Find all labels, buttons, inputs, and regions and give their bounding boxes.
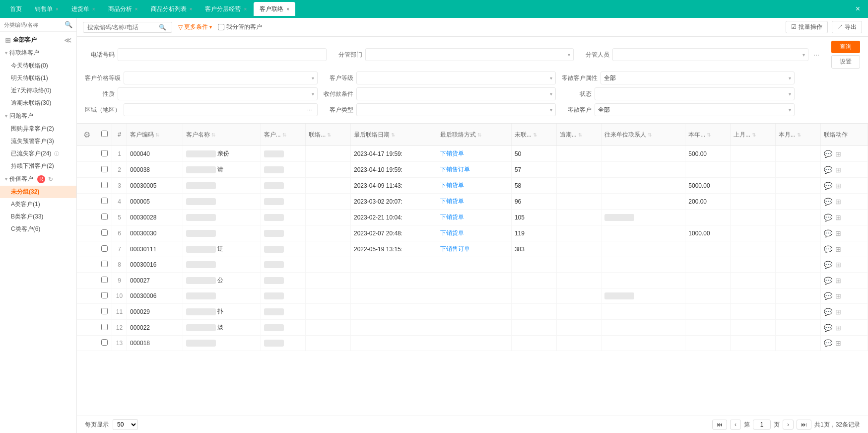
sidebar-item-churned[interactable]: 已流失客户(24) ⓘ	[0, 147, 76, 160]
reset-button[interactable]: 设置	[831, 55, 860, 69]
th-code[interactable]: 客户编码⇅	[127, 124, 183, 146]
close-all-button[interactable]: ×	[852, 4, 864, 13]
dept-select[interactable]: ▾	[365, 48, 574, 61]
select-all-checkbox[interactable]	[101, 131, 108, 137]
sidebar-item-7days[interactable]: 近7天待联络(0)	[0, 84, 76, 97]
last-way-link-1[interactable]: 下销售订单	[440, 166, 470, 173]
all-customers-header[interactable]: ⊞ 全部客户 ≪	[0, 32, 76, 46]
row-checkbox-5[interactable]	[101, 229, 108, 236]
more-action-icon-7[interactable]: ⊞	[835, 261, 841, 269]
sidebar-search-icon[interactable]: 🔍	[65, 21, 72, 28]
scatter-customer-select[interactable]: 全部 ▾	[595, 103, 795, 116]
page-number-input[interactable]	[753, 420, 771, 430]
more-action-icon-9[interactable]: ⊞	[835, 292, 841, 300]
export-button[interactable]: ↗ 导出	[832, 21, 862, 33]
th-this-year[interactable]: 本年...⇅	[685, 124, 731, 146]
row-checkbox-3[interactable]	[101, 198, 108, 204]
sidebar-group-value[interactable]: ▾ 价值客户 R ↻	[0, 172, 76, 186]
tab-product-analysis[interactable]: 商品分析 ×	[102, 2, 144, 16]
more-action-icon-12[interactable]: ⊞	[835, 339, 841, 347]
manager-more-icon[interactable]: ···	[811, 51, 821, 59]
call-icon-11[interactable]: 💬	[824, 324, 832, 332]
call-icon-2[interactable]: 💬	[824, 182, 832, 190]
last-way-link-2[interactable]: 下销货单	[440, 182, 464, 189]
more-action-icon-3[interactable]: ⊞	[835, 198, 841, 206]
row-checkbox-11[interactable]	[101, 324, 108, 330]
value-refresh-icon[interactable]: ↻	[48, 176, 53, 183]
sidebar-item-b-class[interactable]: B类客户(33)	[0, 211, 76, 223]
th-no-contact[interactable]: 未联...⇅	[511, 124, 556, 146]
row-checkbox-6[interactable]	[101, 245, 108, 252]
sidebar-group-pending[interactable]: ▾ 待联络客户	[0, 46, 76, 60]
more-action-icon-0[interactable]: ⊞	[835, 150, 841, 158]
th-contacts[interactable]: 往来单位联系人⇅	[601, 124, 685, 146]
call-icon-10[interactable]: 💬	[824, 308, 832, 316]
sidebar-item-c-class[interactable]: C类客户(6)	[0, 223, 76, 235]
sidebar-item-tomorrow[interactable]: 明天待联络(1)	[0, 72, 76, 84]
product-list-tab-close[interactable]: ×	[190, 6, 193, 12]
sales-tab-close[interactable]: ×	[56, 6, 59, 12]
sidebar-item-declining[interactable]: 持续下滑客户(2)	[0, 160, 76, 172]
search-box[interactable]: 🔍	[83, 22, 172, 33]
th-overdue[interactable]: 逾期...⇅	[556, 124, 601, 146]
sidebar-item-overdue[interactable]: 逾期未联络(30)	[0, 97, 76, 109]
next-page-button[interactable]: ›	[783, 420, 794, 430]
more-action-icon-10[interactable]: ⊞	[835, 308, 841, 316]
price-level-select[interactable]: ▾	[124, 72, 318, 84]
sidebar-item-today[interactable]: 今天待联络(0)	[0, 60, 76, 72]
th-name[interactable]: 客户名称⇅	[183, 124, 261, 146]
row-checkbox-10[interactable]	[101, 308, 108, 314]
row-checkbox-2[interactable]	[101, 182, 108, 188]
more-action-icon-8[interactable]: ⊞	[835, 277, 841, 285]
payment-select[interactable]: ▾	[356, 87, 556, 100]
th-this-month[interactable]: 本月...⇅	[775, 124, 820, 146]
last-way-link-0[interactable]: 下销货单	[440, 150, 464, 157]
my-customers-checkbox[interactable]: 我分管的客户	[218, 23, 262, 31]
scatter-attr-select[interactable]: 全部 ▾	[601, 72, 795, 84]
call-icon-1[interactable]: 💬	[824, 166, 832, 174]
row-checkbox-9[interactable]	[101, 292, 108, 298]
last-way-link-6[interactable]: 下销售订单	[440, 245, 470, 252]
call-icon-9[interactable]: 💬	[824, 292, 832, 300]
manager-select[interactable]: ▾	[612, 48, 808, 61]
customer-tier-tab-close[interactable]: ×	[244, 6, 247, 12]
search-button[interactable]: 查询	[831, 41, 860, 53]
customer-type-select[interactable]: ▾	[356, 103, 556, 116]
batch-operation-button[interactable]: ☑ 批量操作	[786, 21, 827, 33]
last-way-link-4[interactable]: 下销货单	[440, 214, 464, 220]
th-last-way[interactable]: 最后联络方式⇅	[437, 124, 511, 146]
status-select[interactable]: ▾	[595, 87, 795, 100]
row-checkbox-4[interactable]	[101, 214, 108, 220]
more-action-icon-5[interactable]: ⊞	[835, 229, 841, 237]
region-more-icon[interactable]: ···	[305, 106, 314, 113]
tab-product-list[interactable]: 商品分析列表 ×	[145, 2, 199, 16]
tab-home[interactable]: 首页	[4, 2, 28, 16]
prev-page-button[interactable]: ‹	[730, 420, 741, 430]
purchase-tab-close[interactable]: ×	[92, 6, 95, 12]
my-customers-check[interactable]	[218, 24, 224, 30]
nature-select[interactable]: ▾	[118, 87, 318, 100]
column-settings-icon[interactable]: ⚙	[80, 128, 94, 142]
row-checkbox-8[interactable]	[101, 277, 108, 283]
first-page-button[interactable]: ⏮	[712, 420, 727, 430]
call-icon-12[interactable]: 💬	[824, 339, 832, 347]
sidebar-item-abnormal[interactable]: 囤购异常客户(2)	[0, 123, 76, 135]
th-type[interactable]: 客户...⇅	[261, 124, 306, 146]
customer-contact-tab-close[interactable]: ×	[286, 6, 289, 12]
more-conditions-button[interactable]: ▽ 更多条件 ▾	[178, 23, 212, 31]
sidebar-item-churning[interactable]: 流失预警客户(3)	[0, 135, 76, 147]
call-icon-7[interactable]: 💬	[824, 261, 832, 269]
th-contact[interactable]: 联络...⇅	[306, 124, 351, 146]
last-page-button[interactable]: ⏭	[797, 420, 811, 430]
sidebar-search-input[interactable]	[4, 22, 63, 28]
sidebar-item-ungroup[interactable]: 未分组(32)	[0, 186, 76, 198]
last-way-link-5[interactable]: 下销货单	[440, 229, 464, 236]
tab-purchase[interactable]: 进货单 ×	[66, 2, 101, 16]
search-icon[interactable]: 🔍	[159, 24, 166, 31]
call-icon-4[interactable]: 💬	[824, 214, 832, 221]
product-analysis-tab-close[interactable]: ×	[135, 6, 138, 12]
page-size-select[interactable]: 50 100	[113, 419, 138, 430]
last-way-link-3[interactable]: 下销货单	[440, 198, 464, 205]
sidebar-group-problem[interactable]: ▾ 问题客户	[0, 109, 76, 123]
row-checkbox-1[interactable]	[101, 166, 108, 172]
